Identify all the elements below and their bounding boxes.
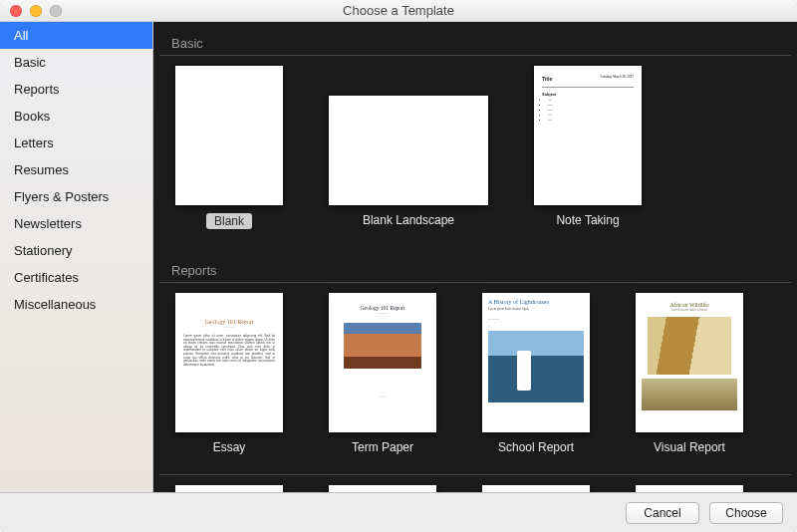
template-thumbnail-partial[interactable]	[329, 485, 436, 492]
template-essay[interactable]: Geology 101 Report — — — Lorem ipsum dol…	[175, 293, 283, 454]
sidebar-item-books[interactable]: Books	[0, 103, 152, 130]
template-school-report[interactable]: A History of Lighthouses Lorem ipsum dol…	[482, 293, 590, 454]
template-gallery[interactable]: Basic Blank Blank Landscape Title Tuesda…	[153, 22, 797, 492]
template-row-reports: Geology 101 Report — — — Lorem ipsum dol…	[153, 293, 797, 474]
template-term-paper[interactable]: Geology 101 Report — — — — — Term Paper	[329, 293, 436, 454]
section-separator	[159, 282, 791, 283]
template-thumbnail: Geology 101 Report — — — Lorem ipsum dol…	[175, 293, 283, 432]
visual-report-preview: African Wildlife Lorem ipsum dolor sit a…	[642, 299, 737, 426]
preview-image	[642, 379, 737, 410]
choose-button[interactable]: Choose	[709, 502, 783, 524]
minimize-icon[interactable]	[30, 5, 42, 17]
template-row-basic: Blank Blank Landscape Title Tuesday, Mar…	[153, 66, 797, 249]
template-thumbnail-partial[interactable]	[636, 485, 743, 492]
template-label: Term Paper	[352, 440, 413, 454]
zoom-icon[interactable]	[50, 5, 62, 17]
preview-subtitle: Lorem ipsum dolor sit amet	[642, 308, 737, 312]
window-title: Choose a Template	[0, 3, 797, 18]
sidebar-item-resumes[interactable]: Resumes	[0, 156, 152, 183]
template-thumbnail	[175, 66, 283, 205]
preview-image	[344, 323, 421, 369]
preview-subtitle: Lorem ipsum dolor sit amet ligula	[488, 307, 584, 311]
template-note-taking[interactable]: Title Tuesday, March 28, 2017 Subject ——…	[534, 66, 642, 229]
template-label: Blank	[206, 213, 252, 229]
sidebar-item-flyers-posters[interactable]: Flyers & Posters	[0, 183, 152, 210]
template-label: Note Taking	[556, 213, 619, 227]
template-chooser-window: Choose a Template All Basic Reports Book…	[0, 0, 797, 532]
template-thumbnail: Geology 101 Report — — — — —	[329, 293, 436, 432]
template-thumbnail-partial[interactable]	[482, 485, 590, 492]
sidebar-item-label: Resumes	[14, 162, 69, 177]
template-thumbnail: African Wildlife Lorem ipsum dolor sit a…	[636, 293, 743, 432]
sidebar-item-label: Reports	[14, 82, 60, 97]
sidebar-item-miscellaneous[interactable]: Miscellaneous	[0, 291, 152, 318]
button-label: Choose	[725, 506, 766, 520]
template-label: Essay	[213, 440, 246, 454]
sidebar-item-newsletters[interactable]: Newsletters	[0, 210, 152, 237]
template-row-partial	[153, 485, 797, 492]
section-header-reports: Reports	[153, 249, 797, 282]
essay-preview: Geology 101 Report — — — Lorem ipsum dol…	[183, 301, 275, 424]
sidebar-item-label: Basic	[14, 55, 46, 70]
template-thumbnail: Title Tuesday, March 28, 2017 Subject ——…	[534, 66, 642, 205]
term-paper-preview: Geology 101 Report — — — — —	[335, 299, 430, 426]
close-icon[interactable]	[10, 5, 22, 17]
sidebar-item-reports[interactable]: Reports	[0, 76, 152, 103]
sidebar-item-stationery[interactable]: Stationery	[0, 237, 152, 264]
window-body: All Basic Reports Books Letters Resumes …	[0, 22, 797, 492]
window-controls	[0, 5, 62, 17]
cancel-button[interactable]: Cancel	[626, 502, 699, 524]
section-separator	[159, 55, 791, 56]
sidebar-item-label: Miscellaneous	[14, 297, 96, 312]
template-blank[interactable]: Blank	[175, 66, 283, 229]
sidebar-item-label: Letters	[14, 135, 54, 150]
template-thumbnail-partial[interactable]	[175, 485, 283, 492]
sidebar-item-label: Books	[14, 109, 50, 124]
titlebar: Choose a Template	[0, 0, 797, 22]
template-thumbnail	[329, 96, 488, 205]
sidebar-item-label: All	[14, 28, 28, 43]
preview-title: A History of Lighthouses	[488, 299, 584, 305]
note-taking-preview: Title Tuesday, March 28, 2017 Subject ——…	[542, 76, 634, 123]
sidebar-item-label: Newsletters	[14, 216, 82, 231]
sidebar-item-basic[interactable]: Basic	[0, 49, 152, 76]
section-separator	[159, 474, 791, 475]
template-visual-report[interactable]: African Wildlife Lorem ipsum dolor sit a…	[636, 293, 743, 454]
school-report-preview: A History of Lighthouses Lorem ipsum dol…	[488, 299, 584, 426]
preview-image	[488, 331, 584, 402]
template-label: School Report	[498, 440, 574, 454]
sidebar-item-certificates[interactable]: Certificates	[0, 264, 152, 291]
template-thumbnail: A History of Lighthouses Lorem ipsum dol…	[482, 293, 590, 432]
template-blank-landscape[interactable]: Blank Landscape	[329, 66, 488, 229]
dialog-footer: Cancel Choose	[0, 492, 797, 532]
sidebar-item-label: Flyers & Posters	[14, 189, 109, 204]
sidebar-item-label: Certificates	[14, 270, 79, 285]
template-label: Visual Report	[654, 440, 725, 454]
sidebar-item-label: Stationery	[14, 243, 73, 258]
preview-date: Tuesday, March 28, 2017	[600, 76, 634, 80]
sidebar-item-all[interactable]: All	[0, 22, 152, 49]
category-sidebar: All Basic Reports Books Letters Resumes …	[0, 22, 153, 492]
section-header-basic: Basic	[153, 22, 797, 55]
preview-image	[648, 317, 731, 375]
template-label: Blank Landscape	[363, 213, 454, 227]
sidebar-item-letters[interactable]: Letters	[0, 130, 152, 156]
button-label: Cancel	[644, 506, 680, 520]
